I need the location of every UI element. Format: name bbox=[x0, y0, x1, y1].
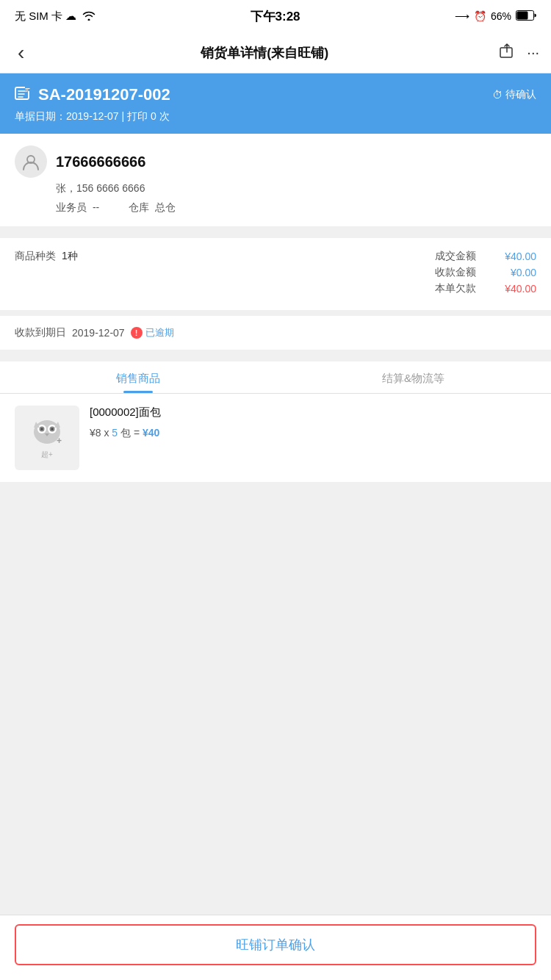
product-info: [0000002]面包 ¥8 x 5 包 = ¥40 bbox=[90, 406, 536, 470]
summary-right: 成交金额 ¥40.00 收款金额 ¥0.00 本单欠款 ¥40.00 bbox=[435, 250, 536, 298]
status-badge: ⏱ 待确认 bbox=[492, 88, 536, 101]
status-left: 无 SIM 卡 ☁ bbox=[15, 10, 96, 24]
product-name: [0000002]面包 bbox=[90, 406, 536, 419]
product-types-label: 商品种类 bbox=[15, 250, 56, 263]
deal-amount-label: 成交金额 bbox=[435, 250, 476, 263]
overdue-icon: ! bbox=[131, 327, 143, 339]
avatar bbox=[15, 145, 47, 178]
receipt-amount-value: ¥0.00 bbox=[485, 267, 536, 278]
equals-sign: = bbox=[134, 427, 143, 439]
customer-row: 17666666666 bbox=[15, 145, 536, 178]
svg-point-12 bbox=[51, 428, 54, 430]
sim-text: 无 SIM 卡 ☁ bbox=[15, 10, 76, 24]
receipt-amount-label: 收款金额 bbox=[435, 266, 476, 279]
product-price-row: ¥8 x 5 包 = ¥40 bbox=[90, 427, 536, 440]
order-doc-icon bbox=[15, 86, 31, 104]
customer-name: 张，156 6666 6666 bbox=[56, 182, 536, 195]
due-amount-value: ¥40.00 bbox=[485, 283, 536, 295]
content-area: + 超+ [0000002]面包 ¥8 x 5 包 = ¥40 bbox=[0, 394, 551, 547]
summary-left: 商品种类 1种 bbox=[15, 250, 78, 263]
svg-point-11 bbox=[41, 428, 43, 430]
divider-2 bbox=[0, 310, 551, 316]
header-date: 单据日期：2019-12-07 | 打印 0 次 bbox=[15, 110, 536, 123]
header-top: SA-20191207-002 ⏱ 待确认 bbox=[15, 85, 536, 104]
salesperson-value: -- bbox=[93, 201, 99, 213]
due-date-label: 收款到期日 bbox=[15, 326, 66, 339]
warehouse-label: 仓库 bbox=[129, 201, 149, 213]
status-time: 下午3:28 bbox=[251, 8, 300, 25]
customer-phone: 17666666666 bbox=[56, 154, 145, 170]
total-price: ¥40 bbox=[143, 427, 159, 439]
due-date-card: 收款到期日 2019-12-07 ! 已逾期 bbox=[0, 316, 551, 350]
deal-amount-value: ¥40.00 bbox=[485, 251, 536, 262]
customer-info-card: 17666666666 张，156 6666 6666 业务员 -- 仓库 总仓 bbox=[0, 134, 551, 226]
due-date-value: 2019-12-07 bbox=[72, 327, 125, 339]
nav-actions: ··· bbox=[499, 43, 539, 62]
location-icon: ⟶ bbox=[455, 10, 469, 22]
nav-bar: ‹ 销货单详情(来自旺铺) ··· bbox=[0, 32, 551, 73]
battery-text: 66% bbox=[491, 10, 511, 22]
page-title: 销货单详情(来自旺铺) bbox=[201, 44, 328, 62]
svg-rect-1 bbox=[516, 11, 527, 19]
svg-rect-2 bbox=[500, 48, 512, 57]
share-icon[interactable] bbox=[499, 43, 515, 62]
alarm-icon: ⏰ bbox=[474, 10, 486, 22]
svg-text:+: + bbox=[57, 436, 62, 445]
salesperson-label: 业务员 bbox=[56, 201, 87, 213]
tabs-container: 销售商品 结算&物流等 bbox=[0, 361, 551, 394]
tab-settlement[interactable]: 结算&物流等 bbox=[276, 361, 551, 393]
back-button[interactable]: ‹ bbox=[12, 38, 30, 68]
bottom-bar: 旺铺订单确认 bbox=[0, 915, 551, 980]
status-right: ⟶ ⏰ 66% bbox=[455, 10, 536, 23]
overdue-badge: ! 已逾期 bbox=[131, 326, 174, 339]
due-amount-row: 本单欠款 ¥40.00 bbox=[435, 282, 536, 295]
price-per-unit: ¥8 bbox=[90, 427, 101, 439]
product-types-value: 1种 bbox=[62, 250, 78, 263]
receipt-amount-row: 收款金额 ¥0.00 bbox=[435, 266, 536, 279]
product-card: + 超+ [0000002]面包 ¥8 x 5 包 = ¥40 bbox=[0, 394, 551, 482]
status-bar: 无 SIM 卡 ☁ 下午3:28 ⟶ ⏰ 66% bbox=[0, 0, 551, 32]
customer-meta: 业务员 -- 仓库 总仓 bbox=[56, 201, 536, 215]
wifi-icon bbox=[82, 10, 96, 23]
battery-icon bbox=[516, 10, 536, 23]
overdue-text: 已逾期 bbox=[145, 326, 174, 339]
due-amount-label: 本单欠款 bbox=[435, 282, 476, 295]
quantity: 5 bbox=[112, 427, 118, 439]
summary-card: 商品种类 1种 成交金额 ¥40.00 收款金额 ¥0.00 本单欠款 ¥40.… bbox=[0, 238, 551, 310]
unit: 包 bbox=[120, 427, 131, 439]
order-id: SA-20191207-002 bbox=[38, 85, 170, 104]
price-multiply: x bbox=[104, 427, 112, 439]
header-card: SA-20191207-002 ⏱ 待确认 单据日期：2019-12-07 | … bbox=[0, 73, 551, 134]
product-image: + 超+ bbox=[15, 406, 79, 470]
deal-amount-row: 成交金额 ¥40.00 bbox=[435, 250, 536, 263]
confirm-order-button[interactable]: 旺铺订单确认 bbox=[15, 924, 536, 965]
more-icon[interactable]: ··· bbox=[527, 44, 539, 61]
divider-3 bbox=[0, 356, 551, 361]
clock-icon: ⏱ bbox=[492, 89, 503, 101]
divider-1 bbox=[0, 232, 551, 238]
warehouse-value: 总仓 bbox=[155, 201, 176, 213]
tab-products[interactable]: 销售商品 bbox=[0, 361, 276, 393]
